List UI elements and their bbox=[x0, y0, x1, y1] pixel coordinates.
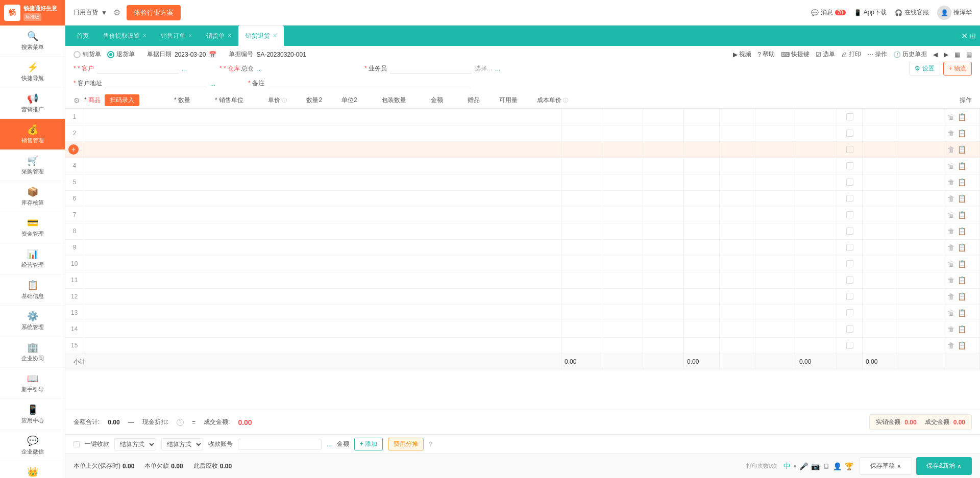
qty2-cell-5[interactable] bbox=[684, 174, 720, 190]
price-cell-3[interactable] bbox=[643, 141, 684, 158]
experience-btn[interactable]: 体验行业方案 bbox=[127, 5, 181, 20]
cost-cell-8[interactable] bbox=[898, 223, 944, 239]
toolbar-print[interactable]: 🖨 打印 bbox=[841, 50, 861, 59]
pack-cell-5[interactable] bbox=[755, 174, 796, 190]
sales-unit-cell-1[interactable] bbox=[602, 109, 643, 125]
qty-cell-13[interactable] bbox=[561, 305, 602, 321]
amount-cell-12[interactable] bbox=[796, 288, 837, 305]
topbar-settings-icon[interactable]: ⚙ bbox=[113, 8, 120, 17]
gift-checkbox-8[interactable] bbox=[846, 228, 853, 235]
gift-checkbox-14[interactable] bbox=[846, 325, 853, 333]
gift-checkbox-11[interactable] bbox=[846, 276, 853, 284]
price-cell-5[interactable] bbox=[643, 174, 684, 190]
qty-cell-6[interactable] bbox=[561, 190, 602, 207]
sales-unit-cell-15[interactable] bbox=[602, 337, 643, 354]
gift-cell-2[interactable] bbox=[837, 125, 863, 141]
gift-checkbox-6[interactable] bbox=[846, 195, 853, 202]
qty2-cell-4[interactable] bbox=[684, 158, 720, 174]
qty-cell-5[interactable] bbox=[561, 174, 602, 190]
avail-cell-4[interactable] bbox=[863, 158, 898, 174]
delete-icon-15[interactable]: 🗑 bbox=[947, 341, 954, 349]
gift-checkbox-3[interactable] bbox=[846, 146, 853, 153]
delete-icon-4[interactable]: 🗑 bbox=[947, 162, 954, 170]
sidebar-item-search[interactable]: 🔍 搜索菜单 bbox=[0, 26, 65, 57]
gift-checkbox-4[interactable] bbox=[846, 162, 853, 169]
unit2-cell-11[interactable] bbox=[720, 272, 755, 288]
delete-icon-9[interactable]: 🗑 bbox=[947, 243, 954, 251]
avail-cell-9[interactable] bbox=[863, 239, 898, 256]
sidebar-item-marketing[interactable]: 📢 营销推广 bbox=[0, 88, 65, 119]
copy-icon-1[interactable]: 📋 bbox=[958, 113, 966, 121]
status-icon-trophy[interactable]: 🏆 bbox=[845, 462, 853, 470]
settlement-select[interactable]: 结算方式 bbox=[114, 438, 156, 450]
save-new-btn[interactable]: 保存&新增 ∧ bbox=[916, 457, 972, 475]
cost-cell-6[interactable] bbox=[898, 190, 944, 207]
price-cell-6[interactable] bbox=[643, 190, 684, 207]
qty2-cell-11[interactable] bbox=[684, 272, 720, 288]
price-cell-15[interactable] bbox=[643, 337, 684, 354]
calc-method-select[interactable]: 结算方式 bbox=[161, 438, 203, 450]
cost-cell-3[interactable] bbox=[898, 141, 944, 158]
qty-cell-12[interactable] bbox=[561, 288, 602, 305]
tab-sales-delivery[interactable]: 销货单 × bbox=[199, 26, 238, 46]
pack-cell-10[interactable] bbox=[755, 256, 796, 272]
qty2-cell-6[interactable] bbox=[684, 190, 720, 207]
sidebar-item-sales[interactable]: 💰 销售管理 bbox=[0, 119, 65, 150]
qty-cell-11[interactable] bbox=[561, 272, 602, 288]
status-icon-mic[interactable]: 🎤 bbox=[799, 462, 808, 470]
account-dots[interactable]: ... bbox=[327, 441, 332, 448]
gift-checkbox-5[interactable] bbox=[846, 179, 853, 186]
pack-cell-9[interactable] bbox=[755, 239, 796, 256]
gift-checkbox-7[interactable] bbox=[846, 211, 853, 218]
cost-cell-15[interactable] bbox=[898, 337, 944, 354]
help-icon2[interactable]: ? bbox=[177, 419, 184, 426]
qty-cell-7[interactable] bbox=[561, 207, 602, 223]
online-service-item[interactable]: 🎧 在线客服 bbox=[895, 8, 929, 17]
avail-cell-7[interactable] bbox=[863, 207, 898, 223]
account-no-input[interactable] bbox=[238, 439, 322, 450]
pack-cell-4[interactable] bbox=[755, 158, 796, 174]
salesperson-dots[interactable]: ... bbox=[495, 65, 500, 72]
qty-cell-10[interactable] bbox=[561, 256, 602, 272]
tab-price-settings-close[interactable]: × bbox=[143, 32, 146, 39]
gift-cell-15[interactable] bbox=[837, 337, 863, 354]
qty2-cell-15[interactable] bbox=[684, 337, 720, 354]
sidebar-item-member[interactable]: 👑 畅会员 bbox=[0, 461, 65, 478]
goods-cell-7[interactable] bbox=[84, 207, 561, 223]
delete-icon-3[interactable]: 🗑 bbox=[947, 145, 954, 154]
pack-cell-7[interactable] bbox=[755, 207, 796, 223]
gift-checkbox-15[interactable] bbox=[846, 342, 853, 349]
sidebar-item-shortcut[interactable]: ⚡ 快捷导航 bbox=[0, 57, 65, 88]
sidebar-item-basic-info[interactable]: 📋 基础信息 bbox=[0, 274, 65, 306]
pack-cell-1[interactable] bbox=[755, 109, 796, 125]
gift-cell-9[interactable] bbox=[837, 239, 863, 256]
unit2-cell-2[interactable] bbox=[720, 125, 755, 141]
goods-cell-15[interactable] bbox=[84, 337, 561, 354]
toolbar-view2[interactable]: ▤ bbox=[966, 51, 972, 58]
price-cell-1[interactable] bbox=[643, 109, 684, 125]
warehouse-dots[interactable]: ... bbox=[257, 65, 262, 72]
delete-icon-10[interactable]: 🗑 bbox=[947, 260, 954, 268]
logistics-button[interactable]: + 物流 bbox=[943, 62, 972, 76]
pack-cell-11[interactable] bbox=[755, 272, 796, 288]
unit2-cell-6[interactable] bbox=[720, 190, 755, 207]
goods-cell-12[interactable] bbox=[84, 288, 561, 305]
delete-icon-7[interactable]: 🗑 bbox=[947, 211, 954, 219]
pack-cell-8[interactable] bbox=[755, 223, 796, 239]
cost-cell-7[interactable] bbox=[898, 207, 944, 223]
sales-unit-cell-10[interactable] bbox=[602, 256, 643, 272]
pack-cell-15[interactable] bbox=[755, 337, 796, 354]
avail-cell-2[interactable] bbox=[863, 125, 898, 141]
tab-price-settings[interactable]: 售价提取设置 × bbox=[96, 26, 154, 46]
gift-checkbox-2[interactable] bbox=[846, 130, 853, 137]
qty2-cell-3[interactable] bbox=[684, 141, 720, 158]
sidebar-item-inventory[interactable]: 📦 库存核算 bbox=[0, 181, 65, 212]
qty-cell-4[interactable] bbox=[561, 158, 602, 174]
unit2-cell-7[interactable] bbox=[720, 207, 755, 223]
gift-cell-11[interactable] bbox=[837, 272, 863, 288]
qty2-cell-9[interactable] bbox=[684, 239, 720, 256]
avail-cell-15[interactable] bbox=[863, 337, 898, 354]
gift-cell-12[interactable] bbox=[837, 288, 863, 305]
customer-dots[interactable]: ... bbox=[182, 65, 187, 72]
qty2-cell-12[interactable] bbox=[684, 288, 720, 305]
